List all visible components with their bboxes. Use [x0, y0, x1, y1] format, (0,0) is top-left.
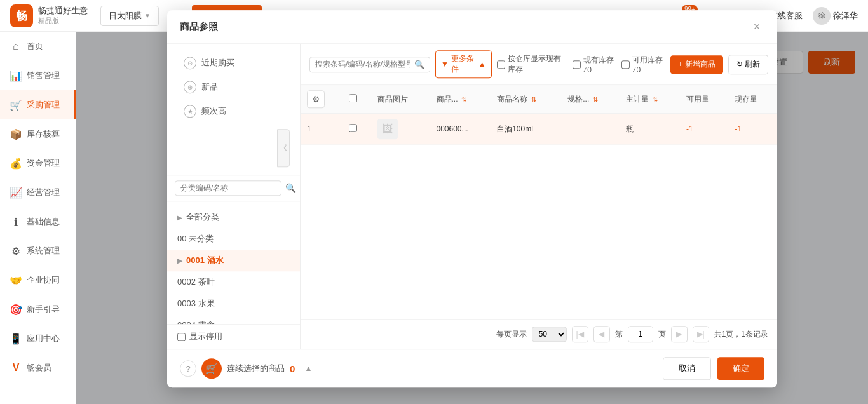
sidebar-item-operation[interactable]: 📈 经营管理: [0, 178, 76, 207]
row-image-cell: 🖼: [371, 114, 430, 145]
product-search-input[interactable]: [315, 60, 410, 69]
category-00-label: 00 未分类: [177, 233, 214, 245]
refresh-button[interactable]: ↻ 刷新: [728, 55, 768, 74]
sidebar: ⌂ 首页 📊 销售管理 🛒 采购管理 📦 库存核算 💰 资金管理 📈 经营管理 …: [0, 32, 76, 404]
sidebar-item-collab[interactable]: 🤝 企业协同: [0, 266, 76, 295]
footer-right-area: 取消 确定: [663, 357, 764, 380]
product-table: ⚙ 商品图片 商品... ⇅: [301, 85, 777, 145]
modal-right-panel: 🔍 ▼ 更多条件 ▲ 按仓库显示现有库存 现有库存≠0: [301, 44, 777, 349]
table-row[interactable]: 1 🖼 000600... 白酒100ml 瓶: [301, 114, 777, 145]
col-unit[interactable]: 主计量 ⇅: [620, 85, 680, 114]
modal-toolbar: 🔍 ▼ 更多条件 ▲ 按仓库显示现有库存 现有库存≠0: [301, 44, 777, 85]
stock-value: -1: [735, 125, 742, 133]
sidebar-label-apps: 应用中心: [27, 333, 60, 344]
col-name[interactable]: 商品名称 ⇅: [491, 85, 561, 114]
category-0003[interactable]: 0003 水果: [167, 293, 300, 314]
col-spec[interactable]: 规格... ⇅: [561, 85, 620, 114]
stock-icon: 📦: [10, 128, 22, 140]
sidebar-item-sales[interactable]: 📊 销售管理: [0, 61, 76, 90]
category-search-icon[interactable]: 🔍: [285, 183, 296, 193]
available-stock-checkbox[interactable]: [573, 60, 581, 69]
category-search-input[interactable]: [175, 180, 281, 196]
system-icon: ⚙: [10, 245, 22, 257]
purchase-icon: 🛒: [10, 99, 22, 111]
freq-icon: ★: [184, 105, 196, 118]
nav-high-freq[interactable]: ★ 频次高: [177, 100, 290, 123]
product-search-wrap: 🔍: [309, 57, 430, 72]
sidebar-label-home: 首页: [27, 41, 43, 52]
finance-icon: 💰: [10, 158, 22, 169]
collapse-nav-button[interactable]: 《: [277, 129, 290, 167]
product-thumbnail: 🖼: [377, 119, 398, 139]
sidebar-item-guide[interactable]: 🎯 新手引导: [0, 295, 76, 324]
category-0004[interactable]: 0004 零食: [167, 314, 300, 324]
filter-icon: ▼: [441, 60, 449, 69]
sidebar-label-operation: 经营管理: [27, 187, 60, 198]
page-suffix-label: 页: [658, 329, 666, 340]
sidebar-item-purchase[interactable]: 🛒 采购管理: [0, 90, 76, 119]
sidebar-label-finance: 资金管理: [27, 158, 60, 169]
category-search-area: 🔍: [167, 175, 300, 201]
user-area[interactable]: 徐 徐泽华: [813, 7, 858, 25]
store-selector[interactable]: 日太阳膜 ▼: [100, 6, 159, 26]
sidebar-item-finance[interactable]: 💰 资金管理: [0, 149, 76, 178]
first-page-button[interactable]: |◀: [572, 326, 588, 342]
confirm-button[interactable]: 确定: [717, 357, 764, 380]
show-disabled-checkbox[interactable]: [177, 333, 186, 341]
modal-close-button[interactable]: ×: [749, 19, 764, 34]
sidebar-item-home[interactable]: ⌂ 首页: [0, 32, 76, 61]
nav-recent-purchase[interactable]: ⊙ 近期购买: [177, 51, 290, 74]
last-page-button[interactable]: ▶|: [693, 326, 709, 342]
operation-icon: 📈: [10, 187, 22, 198]
row-select-checkbox[interactable]: [349, 124, 357, 132]
sidebar-item-stock[interactable]: 📦 库存核算: [0, 119, 76, 149]
nav-recent-label: 近期购买: [201, 57, 234, 69]
modal-left-panel: ⊙ 近期购买 ⊕ 新品 ★ 频次高 《 🔍: [167, 44, 301, 349]
warehouse-stock-filter[interactable]: 按仓库显示现有库存: [497, 53, 567, 75]
col-code[interactable]: 商品... ⇅: [430, 85, 491, 114]
prev-page-button[interactable]: ◀: [593, 326, 610, 342]
filter-label: 更多条件: [451, 53, 476, 75]
usable-stock-checkbox[interactable]: [621, 60, 630, 69]
category-all[interactable]: ▶ 全部分类: [167, 206, 300, 228]
row-index: 1: [301, 114, 342, 145]
footer-collapse-button[interactable]: ▲: [300, 360, 316, 377]
category-0001-label: 0001 酒水: [186, 255, 224, 266]
category-00[interactable]: 00 未分类: [167, 228, 300, 250]
sort-code-icon: ⇅: [461, 96, 466, 103]
help-button[interactable]: ?: [180, 360, 196, 377]
available-stock-label: 现有库存≠0: [583, 55, 616, 74]
cancel-button[interactable]: 取消: [663, 357, 711, 380]
table-header: ⚙ 商品图片 商品... ⇅: [301, 85, 777, 114]
usable-stock-filter[interactable]: 可用库存≠0: [621, 55, 665, 74]
sidebar-item-system[interactable]: ⚙ 系统管理: [0, 236, 76, 266]
store-name: 日太阳膜: [109, 10, 142, 22]
per-page-select[interactable]: 50 10 20 100: [532, 327, 567, 342]
show-disabled-label[interactable]: 显示停用: [189, 331, 222, 342]
category-0001[interactable]: ▶ 0001 酒水: [167, 250, 300, 271]
warehouse-stock-checkbox[interactable]: [497, 60, 505, 69]
selected-count: 0: [290, 363, 295, 374]
category-0002[interactable]: 0002 茶叶: [167, 271, 300, 293]
selected-label: 连续选择的商品: [227, 363, 285, 374]
add-product-button[interactable]: + 新增商品: [670, 55, 722, 74]
nav-new-products[interactable]: ⊕ 新品: [177, 76, 290, 98]
logo-text: 畅捷通好生意: [38, 6, 88, 17]
sort-spec-icon: ⇅: [593, 96, 598, 103]
cart-button[interactable]: 🛒: [201, 358, 222, 379]
sidebar-label-stock: 库存核算: [27, 128, 60, 140]
sidebar-item-apps[interactable]: 📱 应用中心: [0, 324, 76, 353]
next-page-button[interactable]: ▶: [671, 326, 688, 342]
select-all-checkbox[interactable]: [349, 94, 357, 102]
sidebar-label-member: 畅会员: [27, 362, 51, 374]
sidebar-item-member[interactable]: V 畅会员: [0, 353, 76, 382]
col-settings: ⚙: [301, 85, 342, 114]
sidebar-item-basic[interactable]: ℹ 基础信息: [0, 207, 76, 236]
expand-icon: ▶: [177, 214, 182, 221]
warehouse-stock-label: 按仓库显示现有库存: [508, 53, 567, 75]
available-stock-filter[interactable]: 现有库存≠0: [573, 55, 616, 74]
modal-footer: ? 🛒 连续选择的商品 0 ▲ 取消 确定: [167, 349, 777, 387]
more-filter-button[interactable]: ▼ 更多条件 ▲: [435, 50, 492, 78]
page-number-input[interactable]: [628, 326, 653, 342]
table-settings-icon[interactable]: ⚙: [307, 90, 325, 108]
